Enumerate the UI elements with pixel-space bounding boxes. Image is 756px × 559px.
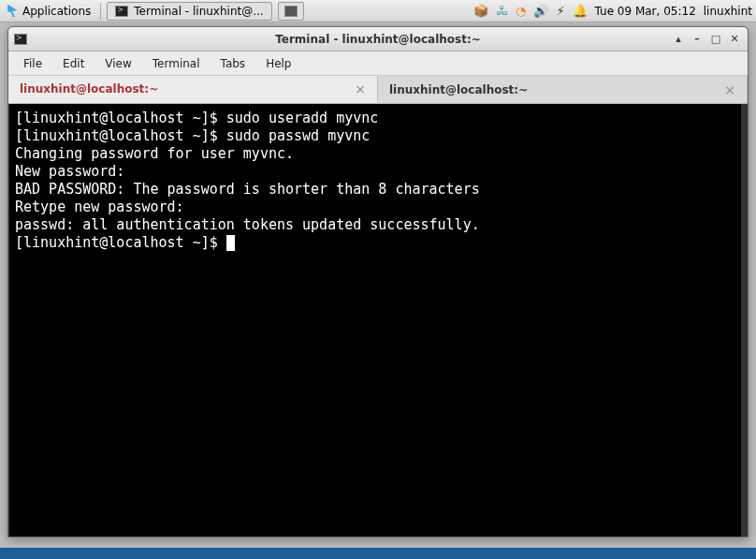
tab-close-icon[interactable]: ×: [724, 82, 735, 97]
menu-tabs[interactable]: Tabs: [211, 54, 255, 73]
system-panel: Applications Terminal - linuxhint@... 📦 …: [0, 0, 756, 22]
window-maximize-button[interactable]: □: [708, 32, 723, 47]
package-manager-icon[interactable]: 📦: [473, 4, 488, 18]
applications-icon: [7, 5, 19, 18]
update-icon[interactable]: ◔: [516, 4, 526, 18]
menu-help[interactable]: Help: [256, 54, 300, 73]
menu-terminal[interactable]: Terminal: [143, 54, 210, 73]
clock[interactable]: Tue 09 Mar, 05:12: [595, 5, 696, 18]
taskbar-entry-terminal[interactable]: Terminal - linuxhint@...: [107, 2, 271, 21]
menu-edit[interactable]: Edit: [53, 54, 94, 73]
panel-separator: [100, 3, 101, 20]
window-titlebar[interactable]: Terminal - linuxhint@localhost:~ ▴ – □ ✕: [8, 27, 748, 51]
tab-label: linuxhint@localhost:~: [20, 82, 158, 96]
network-icon[interactable]: 🖧: [496, 4, 508, 18]
generic-window-icon: [284, 6, 298, 17]
terminal-line: [linuxhint@localhost ~]$: [15, 234, 226, 251]
terminal-line: Changing password for user myvnc.: [15, 145, 294, 162]
scrollbar[interactable]: [741, 104, 747, 537]
tab-1[interactable]: linuxhint@localhost:~ ×: [8, 76, 378, 103]
terminal-icon: [115, 6, 128, 17]
tabs-bar: linuxhint@localhost:~ × linuxhint@localh…: [8, 76, 748, 104]
window-rollup-button[interactable]: ▴: [671, 32, 686, 47]
tab-label: linuxhint@localhost:~: [389, 83, 528, 96]
tab-close-icon[interactable]: ×: [355, 81, 366, 96]
terminal-line: Retype new password:: [15, 199, 184, 215]
terminal-window: Terminal - linuxhint@localhost:~ ▴ – □ ✕…: [7, 26, 749, 537]
power-icon[interactable]: ⚡: [556, 4, 564, 18]
terminal-line: [linuxhint@localhost ~]$ sudo passwd myv…: [15, 127, 370, 144]
window-app-icon: [14, 34, 27, 45]
applications-menu[interactable]: Applications: [4, 4, 94, 19]
terminal-line: BAD PASSWORD: The password is shorter th…: [15, 181, 480, 198]
terminal-line: [linuxhint@localhost ~]$ sudo useradd my…: [15, 110, 378, 126]
terminal-line: New password:: [15, 163, 124, 180]
terminal-content[interactable]: [linuxhint@localhost ~]$ sudo useradd my…: [8, 104, 748, 537]
menu-view[interactable]: View: [95, 54, 140, 73]
window-close-button[interactable]: ✕: [727, 32, 742, 47]
terminal-line: passwd: all authentication tokens update…: [15, 216, 480, 233]
window-minimize-button[interactable]: –: [690, 32, 705, 47]
window-title: Terminal - linuxhint@localhost:~: [8, 33, 748, 46]
tab-2[interactable]: linuxhint@localhost:~ ×: [378, 76, 748, 103]
system-tray: 📦 🖧 ◔ 🔊 ⚡ 🔔 Tue 09 Mar, 05:12 linuxhint: [473, 4, 752, 18]
taskbar-entry-label: Terminal - linuxhint@...: [134, 5, 263, 18]
menu-bar: File Edit View Terminal Tabs Help: [8, 51, 748, 76]
terminal-cursor: [226, 235, 235, 251]
volume-icon[interactable]: 🔊: [533, 4, 548, 18]
menu-file[interactable]: File: [14, 54, 51, 73]
notifications-icon[interactable]: 🔔: [573, 4, 588, 18]
applications-label: Applications: [22, 5, 91, 18]
taskbar-entry-other[interactable]: [278, 2, 304, 21]
user-menu[interactable]: linuxhint: [704, 5, 752, 18]
